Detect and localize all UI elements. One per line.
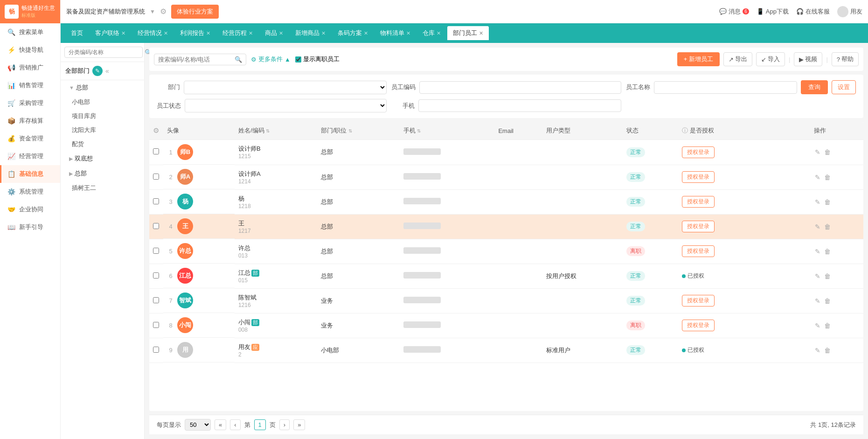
tab-close-operation[interactable]: ✕ xyxy=(164,30,168,36)
tree-search-input[interactable] xyxy=(64,47,143,58)
sidebar-item-shortcut[interactable]: ⚡ 快捷导航 xyxy=(0,41,60,59)
app-download-button[interactable]: 📱 App下载 xyxy=(757,7,789,16)
sidebar-item-inventory[interactable]: 📦 库存核算 xyxy=(0,112,60,130)
auth-login-button[interactable]: 授权登录 xyxy=(682,196,715,208)
tree-group-shuangdixiang[interactable]: ▶ 双底想 xyxy=(61,151,144,166)
tree-leaf-project[interactable]: 项目库房 xyxy=(61,109,144,123)
tab-close-dept[interactable]: ✕ xyxy=(479,30,483,36)
row-checkbox[interactable] xyxy=(153,347,159,353)
tree-leaf-chashuwang[interactable]: 插树王二 xyxy=(61,181,144,195)
sidebar-item-guide[interactable]: 📖 新手引导 xyxy=(0,218,60,236)
row-checkbox[interactable] xyxy=(153,297,159,303)
sidebar-item-purchase[interactable]: 🛒 采购管理 xyxy=(0,94,60,112)
row-checkbox[interactable] xyxy=(153,174,159,180)
show-resigned-checkbox[interactable]: 显示离职员工 xyxy=(295,55,340,63)
tab-close-bom[interactable]: ✕ xyxy=(406,30,410,36)
row-checkbox[interactable] xyxy=(153,223,159,229)
auth-login-button[interactable]: 授权登录 xyxy=(682,295,715,307)
tab-close-goods[interactable]: ✕ xyxy=(279,30,283,36)
tab-customer[interactable]: 客户联络✕ xyxy=(90,26,131,40)
tab-profit[interactable]: 利润报告✕ xyxy=(174,26,216,40)
tab-close-history[interactable]: ✕ xyxy=(249,30,253,36)
col-gear[interactable]: ⚙ xyxy=(149,122,163,140)
tab-new-goods[interactable]: 新增商品✕ xyxy=(290,26,331,40)
tab-operation[interactable]: 经营情况✕ xyxy=(132,26,174,40)
last-page-button[interactable]: » xyxy=(293,419,305,430)
export-button[interactable]: ↗ 导出 xyxy=(723,52,752,66)
tree-group-zongbu[interactable]: ▼ 总部 xyxy=(61,80,144,95)
query-button[interactable]: 查询 xyxy=(801,80,828,94)
edit-button[interactable]: ✎ xyxy=(814,147,821,157)
delete-button[interactable]: 🗑 xyxy=(823,173,832,182)
edit-button[interactable]: ✎ xyxy=(814,321,821,330)
row-checkbox[interactable] xyxy=(153,248,159,254)
phone-input[interactable] xyxy=(418,99,621,112)
edit-button[interactable]: ✎ xyxy=(814,247,821,256)
dept-select[interactable] xyxy=(184,81,387,94)
tab-close-new-goods[interactable]: ✕ xyxy=(321,30,326,36)
col-name[interactable]: 姓名/编码 ⇅ xyxy=(235,122,317,140)
first-page-button[interactable]: « xyxy=(215,419,226,430)
tab-goods[interactable]: 商品✕ xyxy=(259,26,289,40)
add-employee-button[interactable]: + 新增员工 xyxy=(677,52,720,66)
search-input[interactable] xyxy=(158,56,233,63)
delete-button[interactable]: 🗑 xyxy=(823,222,832,231)
sidebar-item-basic[interactable]: 📋 基础信息 xyxy=(0,165,60,183)
status-select[interactable] xyxy=(185,99,387,112)
sidebar-item-system[interactable]: ⚙️ 系统管理 xyxy=(0,183,60,201)
delete-button[interactable]: 🗑 xyxy=(823,321,832,330)
tab-dept-employee[interactable]: 部门员工✕ xyxy=(447,26,489,40)
sidebar-item-operations[interactable]: 📈 经营管理 xyxy=(0,147,60,165)
set-button[interactable]: 设置 xyxy=(832,80,856,94)
tab-close-profit[interactable]: ✕ xyxy=(206,30,210,36)
service-button[interactable]: 🎧 在线客服 xyxy=(796,7,830,16)
tab-close-customer[interactable]: ✕ xyxy=(121,30,125,36)
try-solution-button[interactable]: 体验行业方案 xyxy=(171,5,219,19)
code-input[interactable] xyxy=(419,81,621,94)
user-button[interactable]: 用友 xyxy=(837,6,862,17)
delete-button[interactable]: 🗑 xyxy=(823,272,832,281)
import-button[interactable]: ↙ 导入 xyxy=(756,52,785,66)
auth-login-button[interactable]: 授权登录 xyxy=(682,320,715,331)
tree-leaf-shenyang[interactable]: 沈阳大库 xyxy=(61,123,144,137)
next-page-button[interactable]: › xyxy=(279,419,290,430)
tree-leaf-peihuo[interactable]: 配货 xyxy=(61,137,144,151)
tab-close-warehouse[interactable]: ✕ xyxy=(437,30,441,36)
col-phone[interactable]: 手机 ⇅ xyxy=(400,122,495,140)
tree-edit-icon[interactable]: ✎ xyxy=(92,66,103,76)
edit-button[interactable]: ✎ xyxy=(814,346,821,355)
tab-bom[interactable]: 物料清单✕ xyxy=(375,26,416,40)
tree-leaf-xiaodibu[interactable]: 小电部 xyxy=(61,95,144,109)
tab-close-barcode[interactable]: ✕ xyxy=(364,30,368,36)
message-button[interactable]: 💬 消息 6 xyxy=(719,7,749,16)
delete-button[interactable]: 🗑 xyxy=(823,296,832,306)
tab-warehouse[interactable]: 仓库✕ xyxy=(417,26,446,40)
delete-button[interactable]: 🗑 xyxy=(823,197,832,207)
resigned-checkbox-input[interactable] xyxy=(295,56,301,63)
per-page-select[interactable]: 50 100 200 xyxy=(185,419,211,431)
prev-page-button[interactable]: ‹ xyxy=(230,419,240,430)
sidebar-item-marketing[interactable]: 📢 营销推广 xyxy=(0,59,60,77)
row-checkbox[interactable] xyxy=(153,148,159,154)
auth-login-button[interactable]: 授权登录 xyxy=(682,171,715,183)
video-button[interactable]: ▶ 视频 xyxy=(794,52,822,66)
auth-login-button[interactable]: 授权登录 xyxy=(682,146,715,158)
help-button[interactable]: ? 帮助 xyxy=(832,52,859,66)
delete-button[interactable]: 🗑 xyxy=(823,247,832,256)
sidebar-item-finance[interactable]: 💰 资金管理 xyxy=(0,130,60,147)
edit-button[interactable]: ✎ xyxy=(814,222,821,231)
edit-button[interactable]: ✎ xyxy=(814,272,821,281)
tree-group-zongbu2[interactable]: ▶ 总部 xyxy=(61,166,144,181)
tab-barcode[interactable]: 条码方案✕ xyxy=(332,26,374,40)
delete-button[interactable]: 🗑 xyxy=(823,346,832,355)
delete-button[interactable]: 🗑 xyxy=(823,147,832,157)
row-checkbox[interactable] xyxy=(153,198,159,204)
sidebar-item-collab[interactable]: 🤝 企业协同 xyxy=(0,201,60,218)
topbar-gear-icon[interactable]: ⚙ xyxy=(160,7,167,16)
sidebar-item-search[interactable]: 🔍 搜索菜单 xyxy=(0,23,60,41)
tab-home[interactable]: 首页 xyxy=(65,26,89,40)
col-dept[interactable]: 部门/职位 ⇅ xyxy=(317,122,400,140)
row-checkbox[interactable] xyxy=(153,322,159,328)
tree-collapse-icon[interactable]: « xyxy=(105,67,109,75)
auth-login-button[interactable]: 授权登录 xyxy=(682,245,715,257)
